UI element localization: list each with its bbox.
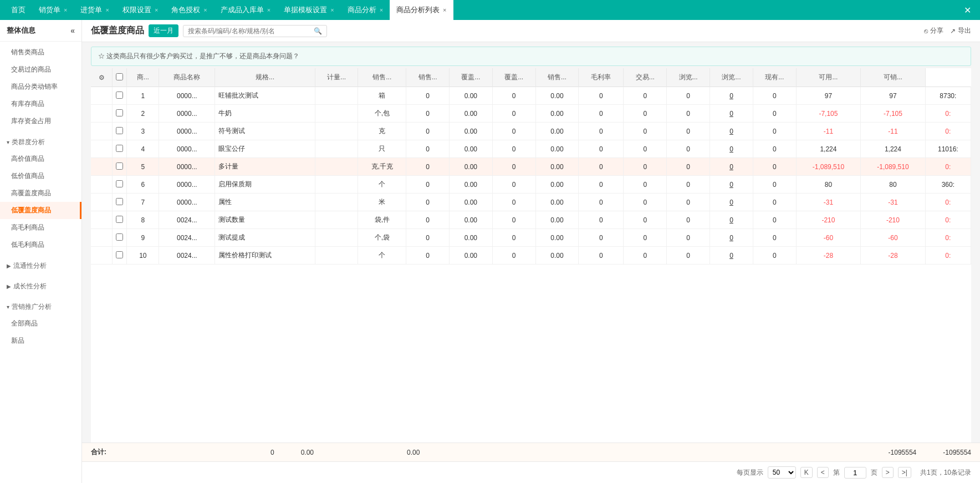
row-spec [315, 158, 358, 176]
sidebar-group-marketing-header[interactable]: ▾ 营销推广分析 [0, 299, 81, 315]
row-sales-amount: 0.00 [449, 211, 492, 229]
row-browse1[interactable]: 0 [710, 140, 753, 158]
first-page-btn[interactable]: K [800, 467, 813, 478]
sidebar-item-category-rate[interactable]: 商品分类动销率 [0, 78, 81, 95]
row-code: 0000... [159, 194, 215, 211]
row-browse1[interactable]: 0 [710, 105, 753, 123]
row-browse1[interactable]: 0 [710, 194, 753, 211]
sidebar-item-new-products[interactable]: 新品 [0, 332, 81, 349]
row-no: 9 [127, 229, 159, 247]
nav-permissions-close[interactable]: × [155, 7, 158, 13]
row-checkbox[interactable] [113, 247, 127, 265]
row-checkbox[interactable] [113, 158, 127, 176]
row-checkbox[interactable] [113, 194, 127, 211]
sidebar-group-liquidity-header[interactable]: ▶ 流通性分析 [0, 258, 81, 274]
row-sellable: 11016: [925, 140, 971, 158]
page-number-input[interactable] [844, 467, 866, 479]
row-current-stock: -31 [796, 194, 860, 211]
sidebar-group-growth-header[interactable]: ▶ 成长性分析 [0, 278, 81, 294]
row-code: 0024... [159, 229, 215, 247]
nav-goods-analysis[interactable]: 商品分析 × [341, 0, 390, 20]
row-settings [91, 87, 113, 105]
nav-product-entry[interactable]: 产成品入库单 × [214, 0, 277, 20]
settings-icon[interactable]: ⚙ [99, 74, 105, 82]
row-sales-days: 0 [579, 194, 624, 211]
row-checkbox[interactable] [113, 87, 127, 105]
row-checkbox[interactable] [113, 211, 127, 229]
prev-page-btn[interactable]: < [817, 467, 829, 478]
row-checkbox[interactable] [113, 176, 127, 194]
last-page-btn[interactable]: >| [898, 467, 911, 478]
row-browse2: 0 [753, 176, 796, 194]
row-gross-margin: 0 [624, 87, 667, 105]
sidebar-item-stocked[interactable]: 有库存商品 [0, 95, 81, 113]
row-cover-count: 0 [492, 140, 535, 158]
nav-role-close[interactable]: × [203, 7, 207, 13]
row-checkbox[interactable] [113, 140, 127, 158]
sidebar-item-low-value[interactable]: 低价值商品 [0, 167, 81, 185]
search-input[interactable] [188, 27, 312, 35]
nav-template-close[interactable]: × [330, 7, 334, 13]
sidebar-item-high-coverage[interactable]: 高覆盖度商品 [0, 185, 81, 202]
sidebar-item-traded-products[interactable]: 交易过的商品 [0, 61, 81, 78]
col-settings[interactable]: ⚙ [91, 68, 113, 87]
col-sellable: 可销... [861, 68, 925, 87]
share-button[interactable]: ⎋ 分享 [924, 26, 943, 35]
sidebar-item-high-value[interactable]: 高价值商品 [0, 150, 81, 167]
close-all-tabs[interactable]: ✕ [959, 5, 976, 16]
sidebar-item-low-margin[interactable]: 低毛利商品 [0, 236, 81, 253]
nav-permissions[interactable]: 权限设置 × [116, 0, 165, 20]
next-page-btn[interactable]: > [882, 467, 894, 478]
data-table-container[interactable]: ⚙ 商... 商品名称 规格... 计量... 销售... 销售... 覆盖..… [91, 68, 971, 443]
row-browse1[interactable]: 0 [710, 87, 753, 105]
nav-sales-order-close[interactable]: × [64, 7, 67, 13]
row-no: 1 [127, 87, 159, 105]
row-browse1[interactable]: 0 [710, 247, 753, 265]
nav-purchase-close[interactable]: × [105, 7, 109, 13]
row-cover-rate: 0.00 [535, 123, 579, 140]
sidebar-collapse-btn[interactable]: « [70, 26, 75, 35]
row-browse1[interactable]: 0 [710, 158, 753, 176]
footer-sales-amount: 0.00 [301, 449, 314, 456]
nav-sales-order[interactable]: 销货单 × [32, 0, 74, 20]
table-row: 2 0000... 牛奶 个,包 0 0.00 0 0.00 0 0 0 0 0… [91, 105, 971, 123]
row-transaction: 0 [667, 140, 710, 158]
export-button[interactable]: ↗ 导出 [950, 26, 971, 35]
row-name: 测试数量 [215, 211, 315, 229]
sidebar-group-liquidity: ▶ 流通性分析 [0, 256, 81, 276]
select-all-checkbox[interactable] [116, 73, 123, 80]
row-sales-days: 0 [579, 247, 624, 265]
row-sales-qty: 0 [406, 211, 450, 229]
nav-role-auth[interactable]: 角色授权 × [165, 0, 213, 20]
row-current-stock: -11 [796, 123, 860, 140]
sidebar-item-high-margin[interactable]: 高毛利商品 [0, 219, 81, 236]
nav-template-settings[interactable]: 单据模板设置 × [277, 0, 340, 20]
nav-purchase-order[interactable]: 进货单 × [74, 0, 115, 20]
row-unit: 个 [358, 247, 406, 265]
sidebar-item-all-products[interactable]: 全部商品 [0, 315, 81, 332]
row-browse1[interactable]: 0 [710, 123, 753, 140]
row-available: 80 [861, 176, 925, 194]
sidebar-group-category-header[interactable]: ▾ 类群度分析 [0, 134, 81, 150]
sidebar-item-sales-products[interactable]: 销售类商品 [0, 44, 81, 61]
row-browse1[interactable]: 0 [710, 176, 753, 194]
nav-home[interactable]: 首页 [4, 0, 32, 20]
row-checkbox[interactable] [113, 123, 127, 140]
filter-recent-month[interactable]: 近一月 [149, 24, 178, 37]
row-checkbox[interactable] [113, 229, 127, 247]
row-current-stock: -7,105 [796, 105, 860, 123]
nav-product-close[interactable]: × [267, 7, 270, 13]
sidebar-item-low-coverage[interactable]: 低覆盖度商品 [0, 202, 81, 219]
table-row: 7 0000... 属性 米 0 0.00 0 0.00 0 0 0 0 0 -… [91, 194, 971, 211]
row-code: 0024... [159, 247, 215, 265]
row-browse1[interactable]: 0 [710, 211, 753, 229]
row-sales-days: 0 [579, 176, 624, 194]
row-gross-margin: 0 [624, 229, 667, 247]
sidebar-item-stock-capital[interactable]: 库存资金占用 [0, 113, 81, 130]
per-page-select[interactable]: 50 100 200 [768, 466, 796, 479]
row-browse1[interactable]: 0 [710, 229, 753, 247]
nav-goods-analysis-close[interactable]: × [380, 7, 383, 13]
nav-goods-analysis-list[interactable]: 商品分析列表 × [390, 0, 453, 20]
row-checkbox[interactable] [113, 105, 127, 123]
nav-goods-list-close[interactable]: × [443, 7, 446, 13]
